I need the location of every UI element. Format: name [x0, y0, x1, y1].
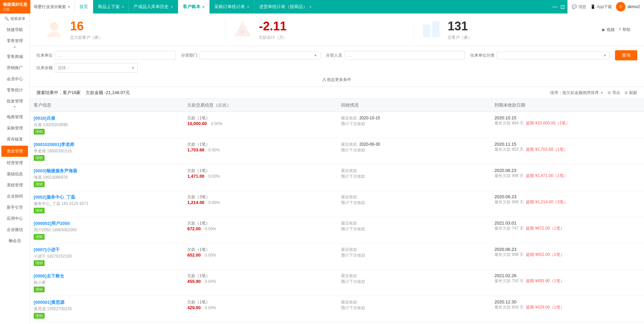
store-selector[interactable]: 母婴行业演示账套 ▼: [30, 0, 75, 13]
customer-name-2[interactable]: [0003]畅捷服务尹海蒸: [34, 168, 179, 174]
sidebar-item-app-center[interactable]: 应用中心: [0, 213, 29, 224]
sidebar-item-retail-stat[interactable]: 零售统计: [0, 85, 29, 96]
cell-collect-7: 最近收款 预计下次收款: [337, 296, 491, 322]
overdue-amount-1[interactable]: 超期 ¥1,703.68（1笔）: [526, 147, 567, 152]
customer-name-1[interactable]: [0001020001]李老师: [34, 142, 179, 148]
cell-customer-2: [0003]畅捷服务尹海蒸 海蒸 18513066976 现销: [30, 165, 183, 191]
tab-product-off[interactable]: 商品上下架 ×: [93, 0, 129, 13]
sidebar-item-stock[interactable]: 库存核算: [0, 134, 29, 145]
tag-xian-3: 现销: [34, 208, 45, 213]
stat-label-total: 总客户（家）: [448, 35, 472, 40]
sidebar-item-guide[interactable]: 新手引导: [0, 202, 29, 213]
customer-name-0[interactable]: [0016]吕俊: [34, 115, 179, 121]
message-btn[interactable]: 💬 消息: [572, 4, 586, 10]
sidebar-item-system[interactable]: 系统管理: [0, 180, 29, 191]
refresh-btn[interactable]: ⊙ 刷新: [624, 90, 637, 96]
user-profile[interactable]: D demo2: [616, 2, 640, 11]
cell-due-4: 2021.03.01 最长欠款 747 天 超期 ¥672.00（1笔）: [491, 217, 644, 243]
customer-name-7[interactable]: [000001]黄思源: [34, 299, 179, 305]
overdue-amount-6[interactable]: 超期 ¥455.90（1笔）: [526, 278, 564, 283]
overdue-amount-3[interactable]: 超期 ¥1,214.00（3笔）: [526, 200, 567, 204]
help-btn[interactable]: ? 帮助: [619, 27, 631, 33]
customer-sub-5: 小进干 18279152100: [34, 254, 179, 259]
col-collect: 回收情况: [337, 99, 491, 112]
customer-sub-0: 吕俊 13026203696: [34, 122, 179, 128]
tag-xian-0: 现销: [34, 129, 45, 135]
sidebar-item-ops-mgmt[interactable]: 经营管理: [0, 157, 29, 169]
cell-collect-5: 最近收款 预计下次收款: [337, 243, 491, 270]
search-menu-btn[interactable]: 🔍 搜索菜单: [0, 13, 29, 24]
sidebar-item-batch-mgmt[interactable]: 批发管理 ▼: [0, 96, 29, 112]
tab-product-history[interactable]: 产成品入库单历史 ×: [129, 0, 178, 13]
sidebar-item-basic-info[interactable]: 基础信息: [0, 169, 29, 180]
sidebar-item-ecommerce[interactable]: 电商管理: [0, 112, 29, 123]
cell-collect-2: 最近收款 预计下次收款: [337, 165, 491, 191]
filter-dept: 分管部门 ▼: [181, 52, 320, 59]
overdue-amount-7[interactable]: 超期 ¥429.00（1笔）: [526, 305, 564, 310]
customer-name-5[interactable]: [0007]小进干: [34, 247, 179, 253]
sort-select[interactable]: 排序：按欠款金额倒序排序 ▼: [550, 90, 604, 96]
sidebar-item-retail-mgmt[interactable]: 零售管理 ▲: [0, 35, 29, 51]
tab-home[interactable]: 首页: [75, 0, 93, 13]
sidebar-item-quick-nav: 快捷导航: [0, 24, 29, 35]
user-area: 💬 消息 📱 App下载 D demo2: [567, 0, 644, 13]
sidebar-item-marketing[interactable]: 营销推广: [0, 62, 29, 73]
cell-customer-7: [000001]黄思源 黄思源 13552700226 现销: [30, 296, 183, 322]
sidebar-item-retail-mall[interactable]: 零售商城: [0, 51, 29, 62]
table-row: [0003]畅捷服务尹海蒸 海蒸 18513066976 现销 欠款（1笔） 1…: [30, 165, 644, 191]
dept-select[interactable]: ▼: [199, 52, 320, 59]
window-minimize[interactable]: —: [552, 4, 558, 10]
app-download-btn[interactable]: 📱 App下载: [590, 4, 612, 10]
table-row: [0007]小进干 小进干 18279152100 现销 欠款（1笔） 652.…: [30, 243, 644, 270]
query-button[interactable]: 查询: [615, 50, 637, 60]
manager-input[interactable]: ...: [344, 51, 465, 60]
tab-close-purchase-order[interactable]: ×: [247, 5, 249, 9]
tag-xian-2: 现销: [34, 181, 45, 187]
export-icon: ⊙: [608, 90, 611, 95]
cell-due-5: 2020.06.23 最长欠款 998 天 超期 ¥652.00（1笔）: [491, 243, 644, 270]
tab-close-customer-account[interactable]: ×: [202, 5, 204, 9]
cell-due-1: 2020.11.15 最长欠款 853 天 超期 ¥1,703.68（1笔）: [491, 138, 644, 165]
sidebar-item-finance[interactable]: 资金管理: [1, 146, 28, 157]
stat-card-amount: ¥ -2.11 欠款合计（万）: [225, 19, 414, 40]
sort-label: 排序：按欠款金额倒序排序: [550, 90, 599, 96]
from-unit-input[interactable]: ...: [55, 51, 176, 60]
customer-name-4[interactable]: [000002]用户2050: [34, 220, 179, 227]
collapse-btn[interactable]: ⋀ 收起更多条件: [36, 76, 637, 84]
stat-info-3: 131 总客户（家）: [448, 19, 472, 40]
export-btn[interactable]: ⊙ 导出: [608, 90, 620, 96]
stat-card-total: 131 总客户（家） ▶ 视频 ? 帮助: [414, 19, 637, 40]
tab-close-purchase-stat[interactable]: ×: [309, 5, 311, 9]
stat-card-customers: 16 总欠款客户（家）: [36, 19, 225, 40]
window-maximize[interactable]: ⊡: [560, 4, 565, 10]
sidebar-item-enterprise[interactable]: 企业协同: [0, 191, 29, 202]
debt-amount-5: 652.00: [187, 253, 201, 258]
overdue-amount-4[interactable]: 超期 ¥672.00（1笔）: [526, 226, 564, 231]
sidebar: 🔍 搜索菜单 快捷导航 零售管理 ▲ 零售商城 营销推广 会员中心 零售统计: [0, 13, 30, 324]
sidebar-item-vip[interactable]: 畅会员: [0, 235, 29, 246]
tab-purchase-order[interactable]: 采购订单统计表 ×: [209, 0, 254, 13]
sidebar-item-member[interactable]: 会员中心: [0, 73, 29, 85]
debt-pct-0: 0.00%: [211, 121, 222, 126]
table-row: [0002]服务中心_丁磊 服务中心_丁磊 181 0125 8371 现销 欠…: [30, 191, 644, 217]
store-dropdown-icon: ▼: [67, 5, 71, 9]
tab-close-product-off[interactable]: ×: [122, 5, 124, 9]
overdue-amount-2[interactable]: 超期 ¥1,471.00（1笔）: [526, 173, 567, 178]
tab-close-product-history[interactable]: ×: [171, 5, 173, 9]
customer-name-3[interactable]: [0002]服务中心_丁磊: [34, 194, 179, 200]
video-btn[interactable]: ▶ 视频: [602, 27, 615, 33]
unit-class-select[interactable]: ▼: [497, 52, 610, 59]
cell-customer-5: [0007]小进干 小进干 18279152100 现销: [30, 243, 183, 270]
table-row: [0016]吕俊 吕俊 13026203696 现销 欠款（1笔） 10,000…: [30, 112, 644, 138]
results-header: 搜索结果中，客户16家 欠款金额 -21,148.07元 排序：按欠款金额倒序排…: [30, 87, 644, 99]
tab-customer-account[interactable]: 客户账本 ×: [178, 0, 209, 13]
tab-purchase-stat[interactable]: 进货单统计表（按商品） ×: [254, 0, 316, 13]
customer-name-6[interactable]: [0006]去下粮仓: [34, 273, 179, 279]
tag-xian-4: 现销: [34, 234, 45, 240]
balance-select[interactable]: 选择... ▼: [55, 63, 138, 73]
sidebar-item-enterprise-wechat[interactable]: 企业微信: [0, 224, 29, 235]
overdue-amount-0[interactable]: 超期 ¥10,000.00（1笔）: [526, 121, 570, 125]
data-table: 客户信息 欠款交易信息（占比） 回收情况 到期未收款日期 [0016]吕俊 吕俊…: [30, 99, 644, 322]
sidebar-item-purchase[interactable]: 采购管理: [0, 123, 29, 134]
overdue-amount-5[interactable]: 超期 ¥652.00（1笔）: [526, 252, 564, 257]
